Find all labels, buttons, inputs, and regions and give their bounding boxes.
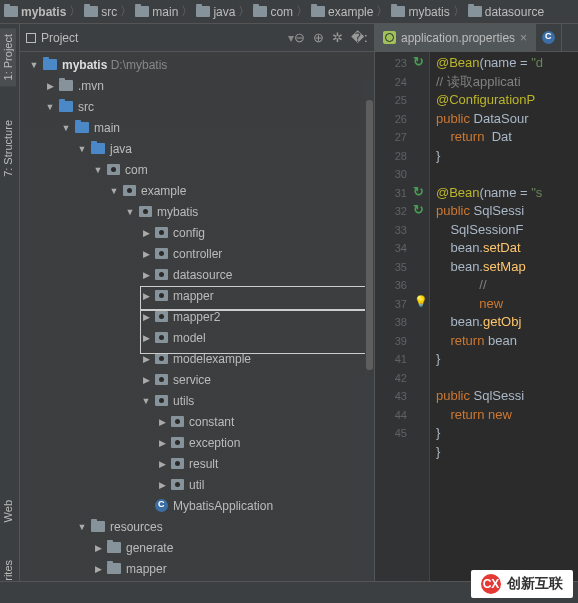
crumb-mybatis[interactable]: mybatis xyxy=(4,5,66,19)
tree-item-service[interactable]: service xyxy=(20,369,374,390)
crumb-example[interactable]: example xyxy=(311,5,373,19)
tree-item-datasource[interactable]: datasource xyxy=(20,264,374,285)
tree-item-resources[interactable]: resources xyxy=(20,516,374,537)
chevron-right-icon[interactable] xyxy=(142,249,150,259)
code-line[interactable]: @ConfigurationP xyxy=(436,91,578,110)
code-area[interactable]: 2324252627283031323334353637383941424344… xyxy=(375,52,578,603)
tree-item-java[interactable]: java xyxy=(20,138,374,159)
chevron-right-icon[interactable] xyxy=(142,228,150,238)
chevron-right-icon[interactable] xyxy=(158,480,166,490)
chevron-right-icon[interactable] xyxy=(158,459,166,469)
code-line[interactable]: SqlSessionF xyxy=(436,221,578,240)
code-line[interactable]: @Bean(name = "s xyxy=(436,184,578,203)
tree-item-main[interactable]: main xyxy=(20,117,374,138)
chevron-right-icon[interactable] xyxy=(142,291,150,301)
tree-item-result[interactable]: result xyxy=(20,453,374,474)
code-line[interactable]: return Dat xyxy=(436,128,578,147)
tree-item-mapper[interactable]: mapper xyxy=(20,558,374,579)
tree-item-.mvn[interactable]: .mvn xyxy=(20,75,374,96)
run-marker-icon[interactable] xyxy=(413,54,427,68)
tree-item-model[interactable]: model xyxy=(20,327,374,348)
tree-item-mybatis[interactable]: mybatis D:\mybatis xyxy=(20,54,374,75)
chevron-down-icon[interactable] xyxy=(126,207,134,217)
chevron-right-icon[interactable] xyxy=(142,375,150,385)
tool-tab-project[interactable]: 1: Project xyxy=(0,28,16,86)
tree-item-constant[interactable]: constant xyxy=(20,411,374,432)
code-line[interactable] xyxy=(436,369,578,388)
project-tree[interactable]: mybatis D:\mybatis.mvnsrcmainjavacomexam… xyxy=(20,52,374,603)
chevron-down-icon[interactable] xyxy=(78,522,86,532)
tree-item-src[interactable]: src xyxy=(20,96,374,117)
code-line[interactable]: @Bean(name = "d xyxy=(436,54,578,73)
tree-item-controller[interactable]: controller xyxy=(20,243,374,264)
run-marker-icon[interactable] xyxy=(413,184,427,198)
code-line[interactable]: // 读取applicati xyxy=(436,73,578,92)
crumb-datasource[interactable]: datasource xyxy=(468,5,544,19)
code-line[interactable]: return new xyxy=(436,406,578,425)
code-lines[interactable]: @Bean(name = "d// 读取applicati@Configurat… xyxy=(430,52,578,603)
tree-item-modelexample[interactable]: modelexample xyxy=(20,348,374,369)
settings-icon[interactable]: ✲ xyxy=(332,30,343,45)
code-line[interactable]: public DataSour xyxy=(436,110,578,129)
tab-next[interactable] xyxy=(536,24,562,51)
editor-tab-bar[interactable]: application.properties × xyxy=(375,24,578,52)
chevron-down-icon[interactable] xyxy=(46,102,54,112)
code-line[interactable]: bean.setMap xyxy=(436,258,578,277)
crumb-src[interactable]: src xyxy=(84,5,117,19)
chevron-right-icon[interactable] xyxy=(142,312,150,322)
tab-application-properties[interactable]: application.properties × xyxy=(375,24,536,51)
crumb-mybatis[interactable]: mybatis xyxy=(391,5,449,19)
code-line[interactable]: return bean xyxy=(436,332,578,351)
tree-item-mapper[interactable]: mapper xyxy=(20,285,374,306)
code-line[interactable]: public SqlSessi xyxy=(436,202,578,221)
chevron-right-icon[interactable] xyxy=(142,333,150,343)
crumb-java[interactable]: java xyxy=(196,5,235,19)
panel-toolbar[interactable]: ⊖ ⊕ ✲ �ː xyxy=(294,30,368,45)
chevron-down-icon[interactable] xyxy=(30,60,38,70)
tree-item-mybatis[interactable]: mybatis xyxy=(20,201,374,222)
collapse-icon[interactable]: ⊖ xyxy=(294,30,305,45)
chevron-right-icon[interactable] xyxy=(158,438,166,448)
tree-item-com[interactable]: com xyxy=(20,159,374,180)
tree-item-mapper2[interactable]: mapper2 xyxy=(20,306,374,327)
tree-item-example[interactable]: example xyxy=(20,180,374,201)
code-line[interactable]: // xyxy=(436,276,578,295)
code-line[interactable] xyxy=(436,165,578,184)
code-line[interactable]: bean.setDat xyxy=(436,239,578,258)
tree-item-exception[interactable]: exception xyxy=(20,432,374,453)
tree-item-mybatisapplication[interactable]: MybatisApplication xyxy=(20,495,374,516)
chevron-right-icon[interactable] xyxy=(158,417,166,427)
tree-item-util[interactable]: util xyxy=(20,474,374,495)
code-line[interactable]: new xyxy=(436,295,578,314)
code-line[interactable]: } xyxy=(436,350,578,369)
run-marker-icon[interactable] xyxy=(413,202,427,216)
hide-icon[interactable]: �ː xyxy=(351,30,368,45)
tool-tab-structure[interactable]: 7: Structure xyxy=(0,114,16,183)
tool-tab-web[interactable]: Web xyxy=(0,494,16,528)
chevron-down-icon[interactable] xyxy=(94,165,102,175)
code-line[interactable]: public SqlSessi xyxy=(436,387,578,406)
tree-scrollbar[interactable] xyxy=(365,80,374,603)
locate-icon[interactable]: ⊕ xyxy=(313,30,324,45)
tree-item-generate[interactable]: generate xyxy=(20,537,374,558)
crumb-com[interactable]: com xyxy=(253,5,293,19)
code-line[interactable]: } xyxy=(436,443,578,462)
intention-bulb-icon[interactable]: 💡 xyxy=(414,295,428,308)
code-line[interactable]: } xyxy=(436,424,578,443)
chevron-right-icon[interactable] xyxy=(142,270,150,280)
tree-item-utils[interactable]: utils xyxy=(20,390,374,411)
code-line[interactable]: bean.getObj xyxy=(436,313,578,332)
chevron-down-icon[interactable] xyxy=(78,144,86,154)
tree-item-config[interactable]: config xyxy=(20,222,374,243)
code-line[interactable]: } xyxy=(436,147,578,166)
close-icon[interactable]: × xyxy=(520,31,527,45)
chevron-down-icon[interactable] xyxy=(110,186,118,196)
chevron-right-icon[interactable] xyxy=(94,543,102,553)
code-line[interactable] xyxy=(436,461,578,480)
chevron-right-icon[interactable] xyxy=(142,354,150,364)
chevron-down-icon[interactable] xyxy=(62,123,70,133)
chevron-right-icon[interactable] xyxy=(94,564,102,574)
chevron-right-icon[interactable] xyxy=(46,81,54,91)
crumb-main[interactable]: main xyxy=(135,5,178,19)
chevron-down-icon[interactable] xyxy=(142,396,150,406)
